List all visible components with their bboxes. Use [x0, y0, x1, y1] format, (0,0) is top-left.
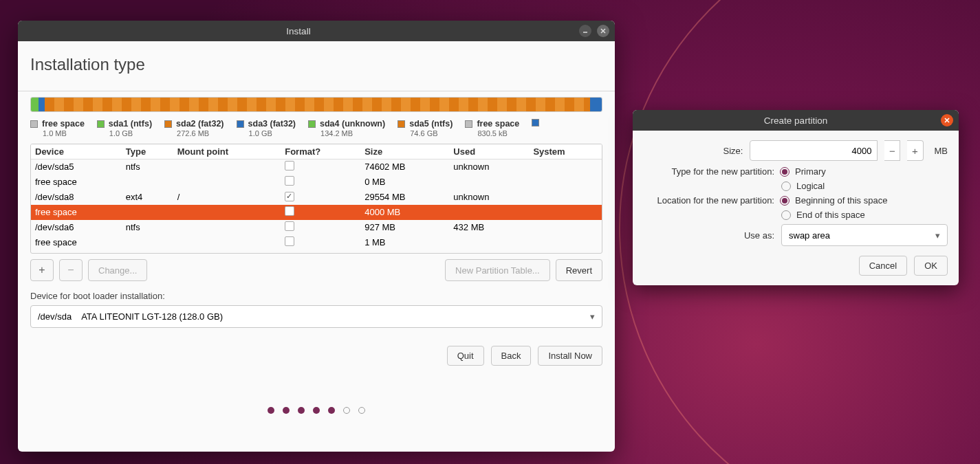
size-decrement-button[interactable]: − [884, 140, 900, 161]
size-label: Size: [644, 146, 743, 156]
create-partition-dialog: Create partition Size: − + MB Type for t… [633, 110, 959, 285]
type-label: Type for the new partition: [644, 166, 774, 177]
chevron-down-icon: ▾ [590, 311, 595, 322]
cell-format[interactable] [281, 175, 360, 190]
legend-size: 1.0 GB [237, 129, 296, 138]
dialog-footer: Cancel OK [644, 256, 948, 276]
revert-button[interactable]: Revert [556, 259, 602, 281]
legend-label: sda4 (unknown) [320, 119, 385, 129]
format-checkbox[interactable] [285, 221, 294, 231]
radio-location-end[interactable] [781, 210, 791, 220]
radio-location-begin[interactable] [780, 196, 790, 206]
dialog-cancel-button[interactable]: Cancel [859, 256, 907, 276]
dialog-title: Create partition [633, 115, 959, 126]
format-checkbox[interactable] [285, 236, 294, 246]
install-now-button[interactable]: Install Now [538, 346, 602, 366]
format-checkbox[interactable] [285, 192, 294, 201]
table-row[interactable]: /dev/sda8ext4/29554 MBunknown [31, 190, 602, 205]
add-partition-button[interactable]: + [30, 259, 54, 281]
legend-size: 1.0 GB [97, 129, 152, 138]
new-partition-table-button[interactable]: New Partition Table... [445, 259, 550, 281]
cell-type [122, 175, 173, 190]
cell-system [529, 190, 602, 205]
size-increment-button[interactable]: + [907, 140, 923, 161]
legend-size: 830.5 kB [465, 129, 519, 138]
cell-format[interactable] [281, 159, 360, 175]
partition-table[interactable]: Device Type Mount point Format? Size Use… [30, 144, 602, 254]
format-checkbox[interactable] [285, 161, 294, 170]
chevron-down-icon: ▾ [935, 230, 940, 241]
remove-partition-button[interactable]: − [59, 259, 83, 281]
cell-type [122, 235, 173, 250]
table-row[interactable]: /dev/sda6ntfs927 MB432 MB [31, 220, 602, 235]
cell-size: 1 MB [360, 235, 449, 250]
progress-dots [30, 407, 602, 414]
cell-device: free space [31, 235, 122, 250]
legend-item: sda4 (unknown)134.2 MB [308, 119, 385, 138]
col-mount[interactable]: Mount point [173, 144, 281, 159]
type-row-logical: Logical [644, 181, 948, 191]
back-button[interactable]: Back [491, 346, 532, 366]
cell-mount [173, 159, 281, 175]
format-checkbox[interactable] [285, 176, 294, 186]
radio-location-end-label: End of this space [796, 210, 865, 220]
col-format[interactable]: Format? [281, 144, 360, 159]
dot-3 [298, 407, 305, 414]
col-system[interactable]: System [529, 144, 602, 159]
wizard-footer: Quit Back Install Now [30, 346, 602, 366]
size-input[interactable] [750, 140, 878, 161]
legend-swatch [97, 120, 105, 128]
cell-used: unknown [449, 159, 529, 175]
cell-format[interactable] [281, 205, 360, 220]
close-button[interactable] [597, 25, 609, 37]
minimize-button[interactable] [579, 25, 591, 37]
col-device[interactable]: Device [31, 144, 122, 159]
dialog-ok-button[interactable]: OK [914, 256, 948, 276]
useas-select[interactable]: swap area ▾ [781, 224, 948, 246]
cell-format[interactable] [281, 235, 360, 250]
table-row[interactable]: free space4000 MB [31, 205, 602, 220]
cell-type: ext4 [122, 190, 173, 205]
dialog-close-button[interactable] [941, 114, 953, 126]
legend-label: sda2 (fat32) [176, 119, 224, 129]
type-row: Type for the new partition: Primary [644, 166, 948, 177]
legend-label: sda1 (ntfs) [109, 119, 152, 129]
col-used[interactable]: Used [449, 144, 529, 159]
dialog-titlebar[interactable]: Create partition [633, 110, 959, 131]
legend-item: sda1 (ntfs)1.0 GB [97, 119, 152, 138]
legend-item: sda5 (ntfs)74.6 GB [398, 119, 453, 138]
cell-format[interactable] [281, 190, 360, 205]
dot-4 [313, 407, 320, 414]
cell-device: free space [31, 205, 122, 220]
installer-window: Install Installation type free space1.0 … [18, 21, 615, 452]
table-row[interactable]: free space0 MB [31, 175, 602, 190]
cell-format[interactable] [281, 220, 360, 235]
dot-7 [358, 407, 365, 414]
cell-size: 0 MB [360, 175, 449, 190]
col-size[interactable]: Size [360, 144, 449, 159]
legend-size: 1.0 MB [30, 129, 85, 138]
cell-mount [173, 175, 281, 190]
partition-toolbar: + − Change... New Partition Table... Rev… [30, 259, 602, 281]
cell-device: /dev/sda6 [31, 220, 122, 235]
format-checkbox[interactable] [285, 206, 294, 216]
cell-device: /dev/sda8 [31, 190, 122, 205]
radio-logical[interactable] [781, 181, 791, 191]
cell-device: free space [31, 175, 122, 190]
titlebar[interactable]: Install [18, 21, 615, 41]
cell-system [529, 235, 602, 250]
col-type[interactable]: Type [122, 144, 173, 159]
legend-item: sda3 (fat32)1.0 GB [237, 119, 296, 138]
quit-button[interactable]: Quit [447, 346, 484, 366]
bootloader-select[interactable]: /dev/sda ATA LITEONIT LGT-128 (128.0 GB)… [30, 305, 602, 328]
cell-type: ntfs [122, 159, 173, 175]
radio-primary-label: Primary [795, 166, 826, 177]
table-row[interactable]: /dev/sda5ntfs74602 MBunknown [31, 159, 602, 175]
useas-value: swap area [789, 230, 830, 241]
legend-swatch [465, 120, 472, 128]
useas-label: Use as: [644, 230, 774, 241]
radio-primary[interactable] [780, 167, 790, 177]
partbar-seg-sda3 [39, 98, 45, 111]
change-partition-button[interactable]: Change... [88, 259, 147, 281]
table-row[interactable]: free space1 MB [31, 235, 602, 250]
